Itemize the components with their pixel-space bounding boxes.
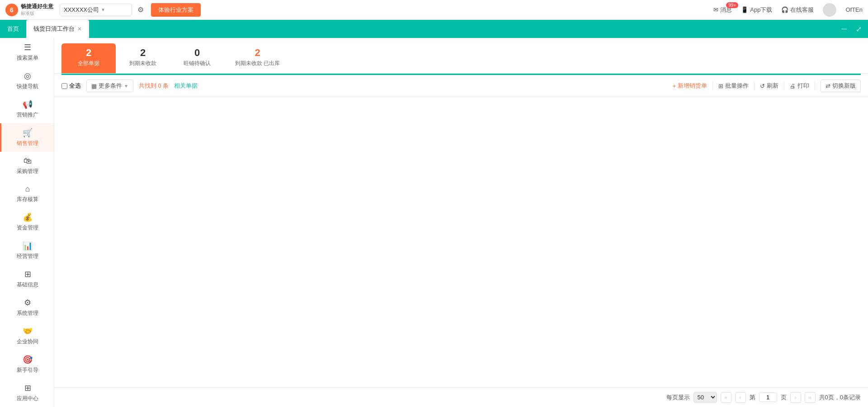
stat-tab-overdue[interactable]: 2 到期未收款: [116, 43, 170, 73]
select-all-checkbox[interactable]: 全选: [61, 82, 81, 90]
purchase-icon: 🛍: [24, 156, 32, 166]
stat-overdue-label: 到期未收款: [129, 60, 156, 67]
username-label: OfTEn: [845, 6, 863, 13]
switch-label: 切换新版: [832, 82, 856, 90]
app-download-label: App下载: [750, 6, 772, 14]
stat-overdue-shipped-number: 2: [255, 47, 260, 59]
sidebar-item-finance[interactable]: 💰 资金管理: [0, 208, 54, 236]
sidebar-system-label: 系统管理: [17, 309, 38, 317]
stat-tab-all[interactable]: 2 全部单据: [61, 43, 116, 73]
last-page-button[interactable]: »: [805, 392, 816, 403]
sidebar-item-search[interactable]: ☰ 搜索菜单: [0, 38, 54, 66]
app-download-button[interactable]: 📱 App下载: [741, 6, 772, 14]
sidebar-item-cooperation[interactable]: 🤝 企业协同: [0, 322, 54, 350]
print-icon: 🖨: [790, 83, 796, 89]
stat-wangpu-label: 旺铺待确认: [184, 60, 211, 67]
refresh-label: 刷新: [767, 82, 778, 90]
last-page-icon: »: [808, 394, 811, 401]
first-page-button[interactable]: «: [721, 392, 731, 403]
online-service-button[interactable]: 🎧 在线客服: [781, 6, 814, 14]
toolbar-divider-3: [784, 81, 784, 90]
settings-icon[interactable]: ⚙: [136, 4, 146, 16]
avatar[interactable]: [823, 3, 836, 17]
sidebar-cooperation-label: 企业协同: [17, 338, 38, 346]
refresh-icon: ↺: [760, 83, 765, 89]
sidebar: ☰ 搜索菜单 ◎ 快捷导航 📢 营销推广 🛒 销售管理 🛍 采购管理 ⌂ 库存核…: [0, 38, 54, 407]
next-page-icon: ›: [794, 394, 796, 401]
found-number: 0: [158, 82, 161, 89]
nav-maximize-icon[interactable]: ⤢: [853, 24, 864, 34]
sidebar-item-guide[interactable]: 🎯 新手引导: [0, 350, 54, 379]
sidebar-item-inventory[interactable]: ⌂ 库存核算: [0, 180, 54, 208]
stat-overdue-shipped-label: 到期未收款 已出库: [235, 60, 280, 67]
tab-home[interactable]: 首页: [0, 20, 26, 38]
select-all-input[interactable]: [61, 83, 67, 89]
sidebar-search-label: 搜索菜单: [17, 54, 38, 62]
company-dropdown-arrow: ▼: [101, 7, 105, 12]
toolbar-divider-1: [712, 81, 713, 90]
tab-workbench-label: 钱货日清工作台: [33, 25, 75, 33]
filter-button[interactable]: ▦ 更多条件 ▼: [86, 80, 133, 92]
logo-sub-text: 标准版: [21, 10, 53, 17]
app-center-icon: ⊞: [24, 383, 31, 393]
stat-all-label: 全部单据: [78, 60, 99, 67]
table-area: [54, 97, 868, 387]
logo-icon: 6: [5, 4, 18, 16]
batch-label: 批量操作: [725, 82, 749, 90]
related-link[interactable]: 相关单据: [174, 82, 198, 90]
nav-minimize-icon[interactable]: ─: [839, 24, 849, 34]
next-page-button[interactable]: ›: [790, 392, 801, 403]
sidebar-finance-label: 资金管理: [17, 224, 38, 232]
found-prefix: 共找到: [139, 82, 156, 89]
toolbar-divider-4: [815, 81, 815, 90]
sidebar-item-business[interactable]: 📊 经营管理: [0, 236, 54, 265]
inventory-icon: ⌂: [25, 184, 30, 194]
page-label: 第: [750, 393, 755, 402]
tab-workbench[interactable]: 钱货日清工作台 ✕: [26, 20, 89, 38]
sidebar-item-app-center[interactable]: ⊞ 应用中心: [0, 379, 54, 407]
page-size-select[interactable]: 50 10 20 100: [693, 392, 717, 402]
tab-home-label: 首页: [7, 25, 19, 33]
print-button[interactable]: 🖨 打印: [790, 82, 809, 90]
add-label: 新增销货单: [678, 82, 707, 90]
filter-label: 更多条件: [99, 82, 122, 90]
sidebar-item-purchase[interactable]: 🛍 采购管理: [0, 152, 54, 180]
batch-operation-button[interactable]: ⊞ 批量操作: [718, 82, 749, 90]
logo-main-text: 畅捷通好生意: [21, 3, 53, 10]
stat-tab-overdue-shipped[interactable]: 2 到期未收款 已出库: [224, 43, 291, 73]
compass-icon: ◎: [24, 71, 31, 81]
sidebar-item-quick-nav[interactable]: ◎ 快捷导航: [0, 66, 54, 95]
sidebar-basic-info-label: 基础信息: [17, 281, 38, 289]
first-page-icon: «: [724, 394, 727, 401]
switch-version-button[interactable]: ⇄ 切换新版: [821, 80, 861, 92]
filter-icon: ▦: [91, 83, 97, 89]
stat-tab-wangpu[interactable]: 0 旺铺待确认: [170, 43, 224, 73]
sidebar-item-marketing[interactable]: 📢 营销推广: [0, 95, 54, 123]
filter-dropdown-icon: ▼: [124, 84, 128, 89]
current-page-input[interactable]: [759, 393, 777, 402]
business-icon: 📊: [23, 241, 33, 251]
toolbar-divider-2: [754, 81, 755, 90]
sidebar-sales-label: 销售管理: [17, 140, 38, 147]
service-icon: 🎧: [781, 6, 788, 13]
nav-tabs: 首页 钱货日清工作台 ✕ ─ ⤢: [0, 20, 868, 38]
header-right: ✉ 消息 99+ 📱 App下载 🎧 在线客服 OfTEn: [713, 3, 863, 17]
company-selector[interactable]: XXXXXX公司 ▼: [60, 4, 132, 16]
trial-button[interactable]: 体验行业方案: [151, 3, 201, 17]
add-order-button[interactable]: + 新增销货单: [672, 82, 707, 90]
message-button[interactable]: ✉ 消息 99+: [713, 6, 732, 14]
main-layout: ☰ 搜索菜单 ◎ 快捷导航 📢 营销推广 🛒 销售管理 🛍 采购管理 ⌂ 库存核…: [0, 38, 868, 407]
tab-close-icon[interactable]: ✕: [77, 26, 82, 32]
page-unit: 页: [781, 393, 787, 402]
sidebar-quick-nav-label: 快捷导航: [17, 83, 38, 90]
sidebar-item-system[interactable]: ⚙ 系统管理: [0, 293, 54, 322]
logo-area: 6 畅捷通好生意 标准版: [5, 3, 60, 17]
company-name: XXXXXX公司: [64, 6, 99, 14]
prev-page-icon: ‹: [739, 394, 741, 401]
refresh-button[interactable]: ↺ 刷新: [760, 82, 778, 90]
cooperation-icon: 🤝: [23, 326, 33, 336]
sidebar-item-sales[interactable]: 🛒 销售管理: [0, 123, 54, 152]
sidebar-item-basic-info[interactable]: ⊞ 基础信息: [0, 265, 54, 293]
nav-right-controls: ─ ⤢: [839, 24, 868, 34]
prev-page-button[interactable]: ‹: [735, 392, 746, 403]
